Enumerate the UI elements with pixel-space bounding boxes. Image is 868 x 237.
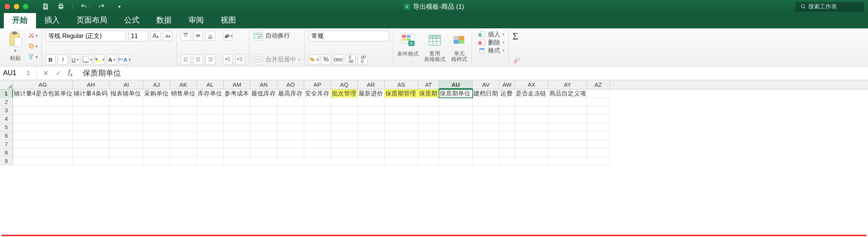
cell-AL9[interactable] bbox=[197, 157, 224, 165]
row-header-9[interactable]: 9 bbox=[0, 157, 13, 165]
cell-AY4[interactable] bbox=[549, 115, 587, 123]
column-header-AR[interactable]: AR bbox=[358, 80, 385, 89]
cell-AG3[interactable] bbox=[13, 106, 73, 115]
cell-AJ6[interactable] bbox=[143, 132, 170, 140]
cell-AZ7[interactable] bbox=[587, 140, 610, 148]
fill-color-button[interactable] bbox=[95, 54, 105, 64]
cell-AJ8[interactable] bbox=[143, 148, 170, 157]
cell-AR9[interactable] bbox=[358, 157, 385, 165]
font-size-select[interactable] bbox=[128, 31, 148, 41]
cell-AN8[interactable] bbox=[251, 148, 277, 157]
cell-AQ9[interactable] bbox=[331, 157, 358, 165]
align-center-button[interactable] bbox=[193, 54, 203, 64]
format-painter-button[interactable] bbox=[28, 52, 38, 61]
cell-AT4[interactable] bbox=[418, 115, 439, 123]
cell-AN1[interactable]: 最低库存 bbox=[251, 89, 277, 98]
cell-AW9[interactable] bbox=[500, 157, 515, 165]
cell-AJ1[interactable]: 采购单位 bbox=[143, 89, 170, 98]
formula-input[interactable]: 保质期单位 bbox=[79, 68, 121, 78]
cell-AH7[interactable] bbox=[73, 140, 110, 148]
tab-home[interactable]: 开始 bbox=[4, 13, 36, 28]
cell-AK5[interactable] bbox=[170, 123, 197, 132]
cell-AJ4[interactable] bbox=[143, 115, 170, 123]
cell-AG2[interactable] bbox=[13, 98, 73, 106]
phonetic-button[interactable]: abcA bbox=[119, 54, 129, 64]
cell-AR6[interactable] bbox=[358, 132, 385, 140]
cell-AQ2[interactable] bbox=[331, 98, 358, 106]
column-header-AJ[interactable]: AJ bbox=[143, 80, 170, 89]
cell-AH2[interactable] bbox=[73, 98, 110, 106]
cell-AI5[interactable] bbox=[110, 123, 143, 132]
customize-qat-button[interactable]: ▾ bbox=[116, 3, 123, 10]
cell-AH1[interactable]: 辅计量4条码 bbox=[73, 89, 110, 98]
cell-AY1[interactable]: 商品自定义项 bbox=[549, 89, 587, 98]
cell-AL7[interactable] bbox=[197, 140, 224, 148]
cell-AT2[interactable] bbox=[418, 98, 439, 106]
cell-AH4[interactable] bbox=[73, 115, 110, 123]
column-header-AY[interactable]: AY bbox=[549, 80, 587, 89]
column-header-AU[interactable]: AU bbox=[439, 80, 473, 89]
cell-AU5[interactable] bbox=[439, 123, 473, 132]
column-header-AO[interactable]: AO bbox=[277, 80, 304, 89]
cell-AH5[interactable] bbox=[73, 123, 110, 132]
cell-AV2[interactable] bbox=[473, 98, 500, 106]
cell-AM6[interactable] bbox=[224, 132, 251, 140]
cell-AH3[interactable] bbox=[73, 106, 110, 115]
tab-view[interactable]: 视图 bbox=[212, 13, 244, 28]
cell-AT1[interactable]: 保质期 bbox=[418, 89, 439, 98]
cell-AW4[interactable] bbox=[500, 115, 515, 123]
cell-AR5[interactable] bbox=[358, 123, 385, 132]
cell-AW8[interactable] bbox=[500, 148, 515, 157]
cell-AW3[interactable] bbox=[500, 106, 515, 115]
cell-AX6[interactable] bbox=[515, 132, 549, 140]
cell-AT5[interactable] bbox=[418, 123, 439, 132]
cell-AP1[interactable]: 安全库存 bbox=[304, 89, 331, 98]
cell-AV8[interactable] bbox=[473, 148, 500, 157]
cell-AV4[interactable] bbox=[473, 115, 500, 123]
cell-AU9[interactable] bbox=[439, 157, 473, 165]
cell-AR2[interactable] bbox=[358, 98, 385, 106]
increase-decimal-button[interactable]: .0.00 bbox=[346, 54, 355, 64]
align-middle-button[interactable] bbox=[193, 31, 203, 41]
cell-AW7[interactable] bbox=[500, 140, 515, 148]
cell-AO4[interactable] bbox=[277, 115, 304, 123]
merge-center-label[interactable]: 合并后居中 bbox=[265, 56, 296, 64]
cell-AM3[interactable] bbox=[224, 106, 251, 115]
cell-AK4[interactable] bbox=[170, 115, 197, 123]
cancel-formula-button[interactable]: ✕ bbox=[43, 69, 49, 77]
tab-review[interactable]: 审阅 bbox=[180, 13, 212, 28]
cell-AW1[interactable]: 运费 bbox=[500, 89, 515, 98]
column-header-AN[interactable]: AN bbox=[251, 80, 277, 89]
increase-font-button[interactable]: A▴ bbox=[151, 31, 160, 41]
cell-AO6[interactable] bbox=[277, 132, 304, 140]
cell-AP9[interactable] bbox=[304, 157, 331, 165]
column-header-AW[interactable]: AW bbox=[500, 80, 515, 89]
cell-AM7[interactable] bbox=[224, 140, 251, 148]
name-box[interactable]: ▲▼ bbox=[0, 66, 37, 80]
cell-AT9[interactable] bbox=[418, 157, 439, 165]
cell-AP7[interactable] bbox=[304, 140, 331, 148]
cell-AR8[interactable] bbox=[358, 148, 385, 157]
number-format-select[interactable] bbox=[309, 31, 389, 41]
currency-button[interactable] bbox=[309, 54, 319, 64]
cell-AG4[interactable] bbox=[13, 115, 73, 123]
cell-AN2[interactable] bbox=[251, 98, 277, 106]
cell-AL1[interactable]: 库存单位 bbox=[197, 89, 224, 98]
cell-AN7[interactable] bbox=[251, 140, 277, 148]
cell-AZ1[interactable] bbox=[587, 89, 610, 98]
cell-AY2[interactable] bbox=[549, 98, 587, 106]
cell-AX8[interactable] bbox=[515, 148, 549, 157]
cell-AU6[interactable] bbox=[439, 132, 473, 140]
cell-AT6[interactable] bbox=[418, 132, 439, 140]
cell-AJ2[interactable] bbox=[143, 98, 170, 106]
cell-AG6[interactable] bbox=[13, 132, 73, 140]
cell-styles-button[interactable]: 单元 格样式 bbox=[451, 32, 468, 63]
cell-AR4[interactable] bbox=[358, 115, 385, 123]
cell-AT3[interactable] bbox=[418, 106, 439, 115]
insert-cells-button[interactable]: + 插入▾ bbox=[478, 31, 504, 38]
cell-AV6[interactable] bbox=[473, 132, 500, 140]
cell-AV1[interactable]: 建档日期 bbox=[473, 89, 500, 98]
enter-formula-button[interactable]: ✓ bbox=[56, 69, 61, 77]
cell-AS4[interactable] bbox=[385, 115, 418, 123]
cell-AG8[interactable] bbox=[13, 148, 73, 157]
